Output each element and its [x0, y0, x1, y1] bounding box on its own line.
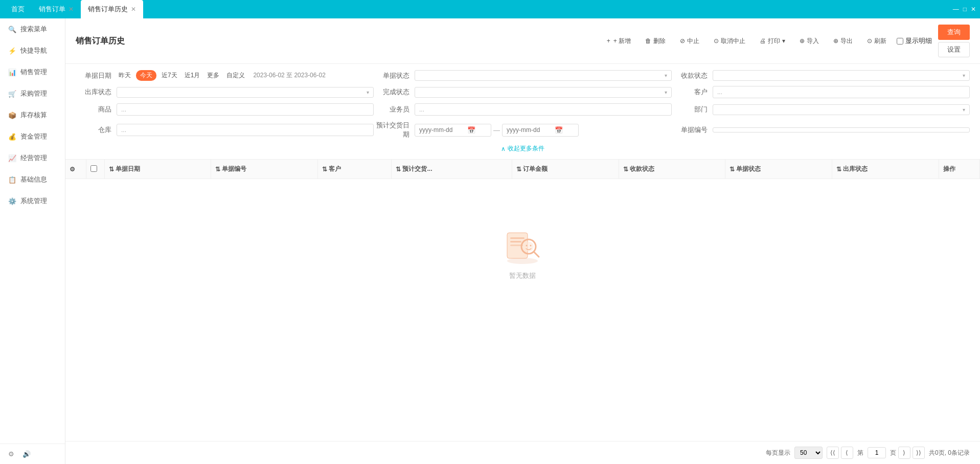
expected-date-to[interactable]: 📅: [502, 124, 579, 137]
product-input[interactable]: ...: [117, 103, 374, 116]
tab-home[interactable]: 首页: [4, 0, 32, 18]
th-order-no-sort[interactable]: ⇅ 单据编号: [215, 165, 313, 173]
sidebar-item-purchase-mgmt-label: 采购管理: [20, 89, 47, 98]
tab-sales-order-history[interactable]: 销售订单历史 ✕: [81, 0, 143, 18]
complete-select[interactable]: ▾: [415, 87, 672, 98]
tab-sales-order-close[interactable]: ✕: [69, 6, 74, 13]
sidebar-item-inventory[interactable]: 📦 库存核算: [0, 104, 65, 126]
th-doc-status[interactable]: ⇅ 单据状态: [725, 160, 832, 179]
shortcut-last1m[interactable]: 近1月: [183, 70, 202, 81]
salesperson-input[interactable]: ...: [415, 103, 672, 116]
payment-select[interactable]: ▾: [713, 70, 970, 81]
shortcut-last7[interactable]: 近7天: [159, 70, 179, 81]
order-no-input[interactable]: [713, 127, 970, 132]
shortcut-custom[interactable]: 自定义: [224, 70, 247, 81]
th-customer[interactable]: ⇅ 客户: [317, 160, 392, 179]
shortcut-today[interactable]: 今天: [136, 70, 156, 81]
import-button[interactable]: ⊕ 导入: [795, 35, 823, 48]
date-filter: 单据日期 昨天 今天 近7天 近1月 更多 自定义 2023-06-02 至 2…: [76, 70, 374, 81]
shortcut-more[interactable]: 更多: [205, 70, 221, 81]
basic-info-icon: 📋: [8, 175, 16, 184]
cancel-stop-button[interactable]: ⊙ 取消中止: [710, 35, 749, 48]
warehouse-input[interactable]: ...: [117, 124, 374, 136]
outstock-select[interactable]: ▾: [117, 87, 374, 98]
date-label: 单据日期: [76, 71, 117, 80]
query-button[interactable]: 查询: [938, 25, 970, 40]
th-expected-sort[interactable]: ⇅ 预计交货...: [396, 165, 508, 173]
page-number-input[interactable]: [868, 447, 886, 458]
calendar-from-icon[interactable]: 📅: [467, 126, 475, 134]
table-header-row: ⚙ ⇅ 单据日期 ⇅: [65, 160, 980, 179]
tab-sales-order[interactable]: 销售订单 ✕: [32, 0, 81, 18]
page-size-select[interactable]: 10 20 50 100: [794, 447, 823, 459]
page-size-label: 每页显示: [766, 449, 790, 457]
th-customer-sort[interactable]: ⇅ 客户: [322, 165, 388, 173]
th-payment-status[interactable]: ⇅ 收款状态: [619, 160, 725, 179]
show-detail-checkbox[interactable]: [897, 38, 903, 45]
export-button[interactable]: ⊕ 导出: [829, 35, 857, 48]
date-to-input[interactable]: [507, 126, 553, 134]
expected-date-from[interactable]: 📅: [415, 124, 491, 137]
shortcut-yesterday[interactable]: 昨天: [117, 70, 133, 81]
sidebar-gear-icon[interactable]: ⚙: [8, 450, 14, 458]
calendar-to-icon[interactable]: 📅: [555, 126, 563, 134]
th-ops-label: 操作: [943, 165, 955, 172]
next-page-btn[interactable]: ⟩: [898, 447, 910, 459]
settings-icon[interactable]: ⚙: [70, 166, 75, 173]
sidebar-item-quick-nav[interactable]: ⚡ 快捷导航: [0, 40, 65, 61]
prev-page-btn[interactable]: ⟨: [841, 447, 853, 459]
th-out-status[interactable]: ⇅ 出库状态: [832, 160, 939, 179]
collapse-up-icon: ∧: [501, 145, 506, 152]
th-amount-sort[interactable]: ⇅ 订单金额: [516, 165, 614, 173]
select-all-checkbox[interactable]: [90, 165, 97, 172]
sidebar-item-sales-mgmt[interactable]: 📊 销售管理: [0, 61, 65, 83]
maximize-btn[interactable]: □: [963, 6, 967, 13]
sidebar-item-sys-mgmt[interactable]: ⚙️ 系统管理: [0, 190, 65, 212]
th-date[interactable]: ⇅ 单据日期: [104, 160, 211, 179]
th-amount[interactable]: ⇅ 订单金额: [512, 160, 619, 179]
sidebar-item-basic-info[interactable]: 📋 基础信息: [0, 169, 65, 190]
minimize-btn[interactable]: —: [953, 6, 959, 13]
stop-button[interactable]: ⊘ 中止: [676, 35, 703, 48]
th-doc-status-sort[interactable]: ⇅ 单据状态: [730, 165, 828, 173]
sidebar-item-purchase-mgmt[interactable]: 🛒 采购管理: [0, 83, 65, 104]
sidebar-item-finance[interactable]: 💰 资金管理: [0, 126, 65, 147]
close-btn-window[interactable]: ✕: [971, 6, 976, 13]
new-button[interactable]: + + 新增: [603, 35, 635, 48]
customer-input[interactable]: ...: [713, 86, 970, 98]
status-select[interactable]: ▾: [415, 70, 672, 81]
tab-sales-order-history-close[interactable]: ✕: [131, 6, 136, 13]
order-no-filter: 单据编号: [672, 125, 970, 135]
first-page-btn[interactable]: ⟨⟨: [827, 447, 839, 459]
new-icon: +: [607, 37, 610, 45]
svg-point-8: [526, 245, 528, 247]
print-button[interactable]: 🖨 打印 ▾: [756, 35, 789, 48]
th-out-status-sort[interactable]: ⇅ 出库状态: [836, 165, 935, 173]
sidebar-item-ops-mgmt[interactable]: 📈 经营管理: [0, 147, 65, 169]
collapse-bar[interactable]: ∧ 收起更多条件: [76, 144, 970, 153]
print-label: 打印: [768, 37, 780, 46]
sidebar-item-search-menu[interactable]: 🔍 搜索菜单: [0, 18, 65, 40]
refresh-button[interactable]: ⊙ 刷新: [863, 35, 891, 48]
table-body: 暂无数据: [65, 179, 980, 327]
th-order-no[interactable]: ⇅ 单据编号: [211, 160, 318, 179]
th-settings[interactable]: ⚙: [65, 160, 86, 179]
svg-rect-2: [510, 237, 525, 239]
set-button[interactable]: 设置: [938, 42, 970, 57]
new-label: + 新增: [613, 37, 631, 46]
delete-button[interactable]: 🗑 删除: [641, 35, 670, 48]
last-page-btn[interactable]: ⟩⟩: [913, 447, 925, 459]
th-checkbox[interactable]: [86, 160, 104, 179]
date-range-display: 2023-06-02 至 2023-06-02: [253, 71, 325, 80]
date-from-input[interactable]: [419, 126, 465, 134]
search-menu-icon: 🔍: [8, 25, 16, 33]
th-payment-status-sort-icon: ⇅: [623, 166, 628, 173]
sales-mgmt-icon: 📊: [8, 68, 16, 76]
th-expected[interactable]: ⇅ 预计交货...: [392, 160, 512, 179]
th-payment-status-sort[interactable]: ⇅ 收款状态: [623, 165, 721, 173]
stop-icon: ⊘: [680, 37, 685, 45]
sidebar-speaker-icon[interactable]: 🔊: [22, 450, 31, 458]
th-expected-label: 预计交货...: [402, 165, 432, 173]
th-date-sort[interactable]: ⇅ 单据日期: [109, 165, 207, 173]
department-select[interactable]: ▾: [713, 104, 970, 115]
